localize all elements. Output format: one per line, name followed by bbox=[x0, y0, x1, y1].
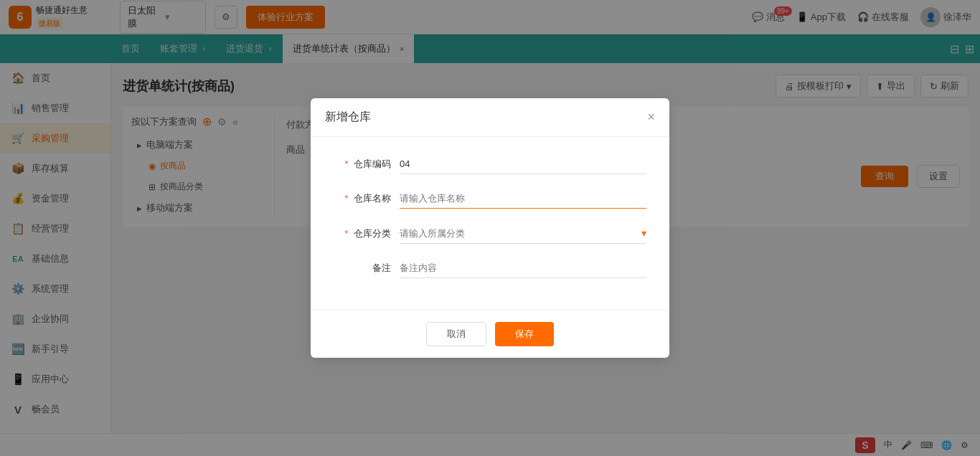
save-button[interactable]: 保存 bbox=[495, 322, 554, 346]
code-label: * 仓库编码 bbox=[334, 158, 391, 171]
new-warehouse-modal: 新增仓库 × * 仓库编码 * 仓库名称 bbox=[311, 98, 669, 358]
category-label: * 仓库分类 bbox=[334, 227, 391, 240]
name-input[interactable] bbox=[400, 189, 646, 209]
code-input[interactable] bbox=[400, 154, 646, 174]
note-label: 备注 bbox=[334, 262, 391, 275]
modal-header: 新增仓库 × bbox=[311, 98, 669, 137]
modal-footer: 取消 保存 bbox=[311, 310, 669, 358]
form-row-name: * 仓库名称 bbox=[334, 189, 646, 209]
form-row-code: * 仓库编码 bbox=[334, 154, 646, 174]
modal-overlay: 新增仓库 × * 仓库编码 * 仓库名称 bbox=[0, 0, 980, 456]
modal-title: 新增仓库 bbox=[325, 110, 371, 125]
category-dropdown-icon: ▾ bbox=[641, 227, 646, 239]
form-row-note: 备注 bbox=[334, 258, 646, 278]
cancel-button[interactable]: 取消 bbox=[426, 322, 486, 346]
modal-close-icon[interactable]: × bbox=[647, 110, 655, 125]
category-selector[interactable]: ▾ bbox=[400, 223, 646, 244]
name-label: * 仓库名称 bbox=[334, 192, 391, 205]
note-input[interactable] bbox=[400, 258, 646, 278]
category-input[interactable] bbox=[400, 228, 641, 239]
form-row-category: * 仓库分类 ▾ bbox=[334, 223, 646, 244]
modal-body: * 仓库编码 * 仓库名称 * 仓库分类 bbox=[311, 137, 669, 310]
